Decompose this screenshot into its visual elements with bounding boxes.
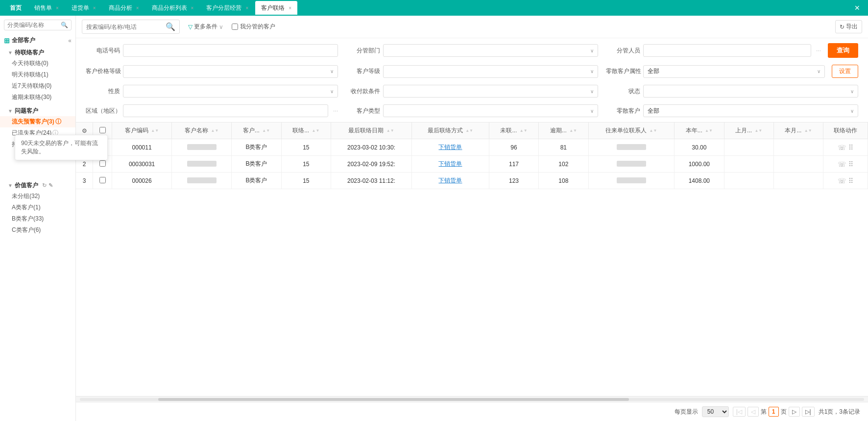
more-filter-button[interactable]: ▽ 更多条件 ∨ (184, 20, 228, 33)
filter-phone-input[interactable] (123, 44, 338, 57)
contact-icon[interactable]: ☏ (838, 160, 846, 168)
tab-product-analysis[interactable]: 商品分析 × (103, 1, 145, 15)
th-last-date[interactable]: 最后联络日期 ▲▼ (331, 123, 411, 139)
th-name[interactable]: 客户名称 ▲▼ (172, 123, 232, 139)
sidebar-item-tomorrow[interactable]: 明天待联络(1) (0, 69, 75, 80)
tab-customer-contact[interactable]: 客户联络 × (255, 1, 297, 15)
tab-purchase-label: 进货单 (72, 4, 89, 12)
filter-row-2: 客户价格等级 ∨ 客户等级 ∨ 零散客户属性 全部 (82, 63, 862, 80)
th-overdue[interactable]: 逾期... ▲▼ (539, 123, 588, 139)
sidebar-section-pending-title[interactable]: ▼ 待联络客户 (0, 47, 75, 58)
blurred-contact-person (617, 144, 646, 150)
more-action-icon[interactable]: ⠿ (848, 177, 853, 185)
last-method-link[interactable]: 下销货单 (438, 144, 462, 150)
th-this-year[interactable]: 本年... ▲▼ (675, 123, 724, 139)
sidebar-all-customers[interactable]: ⊞ 全部客户 « (0, 34, 75, 47)
pagination-controls: |◁ ◁ 第 1 页 ▷ ▷| (733, 407, 815, 417)
cell-last-method[interactable]: 下销货单 (412, 173, 489, 189)
filter-status-select[interactable]: ∨ (643, 85, 858, 98)
filter-region-select[interactable] (123, 104, 328, 117)
sidebar-search-input[interactable] (7, 22, 61, 28)
th-contact[interactable]: 联络... ▲▼ (281, 123, 331, 139)
sidebar-item-ungroup[interactable]: 未分组(32) (0, 191, 75, 202)
first-page-button[interactable]: |◁ (733, 407, 746, 417)
cell-checkbox[interactable] (93, 173, 112, 189)
more-dots-2[interactable]: ··· (333, 107, 338, 114)
sidebar-item-a-class[interactable]: A类客户(1) (0, 202, 75, 213)
cell-last-method[interactable]: 下销货单 (412, 156, 489, 173)
sidebar-item-overdue[interactable]: 逾期未联络(30) (0, 92, 75, 103)
th-contact-person[interactable]: 往来单位联系人 ▲▼ (588, 123, 675, 139)
blurred-contact-person (617, 177, 646, 183)
search-input[interactable] (86, 24, 164, 30)
table-row: 1 000011 B类客户 15 2023-03-02 10:30: 下销货单 … (76, 139, 868, 156)
th-this-month[interactable]: 本月... ▲▼ (773, 123, 823, 139)
tab-home-label: 首页 (10, 4, 22, 12)
row-checkbox[interactable] (99, 177, 106, 183)
tab-customer-layer[interactable]: 客户分层经营 × (200, 1, 254, 15)
tab-sales[interactable]: 销售单 × (28, 1, 65, 15)
sidebar-item-b-class[interactable]: B类客户(33) (0, 213, 75, 224)
my-customer-checkbox-wrap[interactable]: 我分管的客户 (232, 23, 275, 31)
last-method-link[interactable]: 下销货单 (438, 160, 462, 167)
th-type[interactable]: 客户... ▲▼ (232, 123, 281, 139)
tab-product-list-close[interactable]: × (191, 5, 194, 11)
more-action-icon[interactable]: ⠿ (848, 160, 853, 168)
tab-purchase-close[interactable]: × (93, 5, 96, 11)
filter-dept-select[interactable]: ∨ (383, 44, 598, 57)
sidebar-item-churn-warning[interactable]: 流失预警客户(3) ⓘ (0, 116, 75, 127)
more-dots-1[interactable]: ··· (816, 47, 821, 54)
th-last-method[interactable]: 最后联络方式 ▲▼ (412, 123, 489, 139)
th-name-label: 客户名称 (185, 127, 208, 134)
tab-customer-contact-close[interactable]: × (289, 5, 291, 11)
sidebar-item-week[interactable]: 近7天待联络(0) (0, 80, 75, 92)
tab-purchase[interactable]: 进货单 × (66, 1, 102, 15)
export-button[interactable]: ↻ 导出 (835, 20, 862, 33)
query-button[interactable]: 查询 (828, 43, 858, 58)
filter-price-level-select[interactable]: ∨ (123, 65, 338, 78)
next-page-button[interactable]: ▷ (789, 407, 800, 417)
my-customer-checkbox[interactable] (232, 24, 238, 30)
last-method-link[interactable]: 下销货单 (438, 177, 462, 184)
edit-icon[interactable]: ✎ (48, 182, 53, 189)
filter-person-select[interactable] (643, 44, 811, 57)
filter-customer-level-select[interactable]: ∨ (383, 65, 598, 78)
more-action-icon[interactable]: ⠿ (848, 144, 853, 151)
tab-product-analysis-close[interactable]: × (136, 5, 139, 11)
tab-home[interactable]: 首页 (4, 1, 27, 15)
contact-icon[interactable]: ☏ (838, 177, 846, 185)
filter-customer-type-select[interactable]: ∨ (383, 104, 598, 117)
sidebar-collapse-icon[interactable]: « (68, 37, 72, 44)
search-button[interactable]: 🔍 (166, 22, 175, 31)
tab-product-list[interactable]: 商品分析列表 × (146, 1, 200, 15)
sidebar-item-c-class[interactable]: C类客户(6) (0, 224, 75, 236)
sidebar-item-today[interactable]: 今天待联络(0) (0, 58, 75, 69)
table-row: 3 000026 B类客户 15 2023-02-03 11:12: 下销货单 … (76, 173, 868, 189)
horizontal-scrollbar[interactable] (76, 396, 868, 402)
select-all-checkbox[interactable] (99, 127, 106, 133)
th-uncontacted[interactable]: 未联... ▲▼ (489, 123, 538, 139)
settings-button[interactable]: 设置 (832, 65, 858, 78)
row-checkbox[interactable] (99, 160, 106, 167)
th-last-month[interactable]: 上月... ▲▼ (724, 123, 773, 139)
th-code[interactable]: 客户编码 ▲▼ (112, 123, 172, 139)
tab-sales-close[interactable]: × (56, 5, 59, 11)
filter-payment-select[interactable]: ∨ (383, 85, 598, 98)
sidebar-section-problem-title[interactable]: ▼ 问题客户 (0, 105, 75, 116)
window-close-button[interactable]: ✕ (850, 2, 864, 14)
sidebar-section-value-title[interactable]: ▼ 价值客户 ↻ ✎ (0, 179, 75, 191)
prev-page-button[interactable]: ◁ (747, 407, 759, 417)
contact-icon[interactable]: ☏ (838, 144, 846, 151)
filter-nature-select[interactable]: ∨ (123, 85, 338, 98)
cell-last-method[interactable]: 下销货单 (412, 139, 489, 156)
refresh-icon[interactable]: ↻ (42, 182, 47, 189)
cell-overdue: 108 (539, 173, 588, 189)
tab-customer-layer-close[interactable]: × (245, 5, 248, 11)
filter-customer-type: 客户类型 ∨ (342, 102, 602, 119)
scrollbar-thumb[interactable] (158, 398, 629, 401)
filter-sparse-attr-select[interactable]: 全部 ∨ (643, 65, 825, 78)
last-page-button[interactable]: ▷| (802, 407, 815, 417)
filter-sparse-customer-select[interactable]: 全部 ∨ (643, 104, 858, 117)
per-page-select[interactable]: 50 100 200 (702, 406, 729, 417)
sort-contact-icon: ▲▼ (312, 128, 320, 133)
